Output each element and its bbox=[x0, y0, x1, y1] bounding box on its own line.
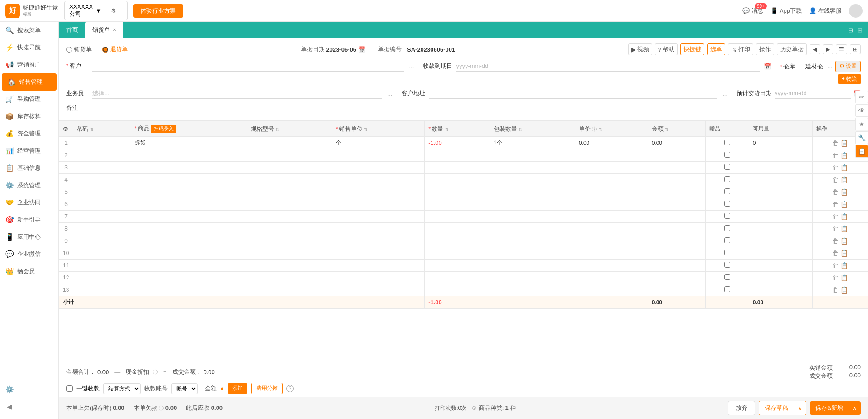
row-barcode[interactable] bbox=[73, 223, 131, 235]
row-spec[interactable] bbox=[247, 260, 332, 272]
sidebar-item-basic-info[interactable]: 📋 基础信息 bbox=[0, 159, 58, 177]
row-copy-icon[interactable]: 📋 bbox=[840, 250, 848, 257]
row-product[interactable] bbox=[131, 198, 247, 211]
row-pack-qty[interactable] bbox=[490, 211, 575, 223]
row-amount[interactable] bbox=[648, 198, 705, 211]
row-pack-qty[interactable] bbox=[490, 260, 575, 272]
row-pack-qty[interactable]: 1个 bbox=[490, 137, 575, 149]
salesperson-expand-icon[interactable]: ... bbox=[388, 90, 393, 97]
row-spec[interactable] bbox=[247, 162, 332, 174]
save-new-expand-button[interactable]: ∧ bbox=[849, 401, 861, 415]
row-unit[interactable] bbox=[332, 174, 425, 186]
logistics-button[interactable]: + 物流 bbox=[838, 74, 861, 84]
row-copy-icon[interactable]: 📋 bbox=[840, 262, 848, 269]
online-service-button[interactable]: 👤 在线客服 bbox=[809, 7, 842, 15]
row-gift-checkbox[interactable] bbox=[705, 260, 749, 272]
row-product[interactable] bbox=[131, 260, 247, 272]
tab-sales-bill[interactable]: 销货单 × bbox=[85, 22, 123, 38]
row-amount[interactable] bbox=[648, 211, 705, 223]
list-view-button[interactable]: ☰ bbox=[836, 44, 847, 54]
qty-sort-icon[interactable]: ⇅ bbox=[445, 127, 449, 132]
sidebar-item-purchase[interactable]: 🛒 采购管理 bbox=[0, 91, 58, 108]
row-spec[interactable] bbox=[247, 272, 332, 284]
row-delete-icon[interactable]: 🗑 bbox=[832, 201, 839, 208]
row-barcode[interactable] bbox=[73, 174, 131, 186]
operate-button[interactable]: 操作 bbox=[756, 43, 774, 55]
product-type-icon[interactable]: ⊙ bbox=[472, 405, 477, 411]
row-amount[interactable] bbox=[648, 186, 705, 198]
row-qty[interactable] bbox=[425, 149, 490, 162]
row-amount[interactable] bbox=[648, 272, 705, 284]
pack-sort-icon[interactable]: ⇅ bbox=[519, 127, 522, 132]
row-qty[interactable] bbox=[425, 260, 490, 272]
row-product[interactable]: 拆货 bbox=[131, 137, 247, 149]
row-price[interactable] bbox=[575, 235, 648, 247]
row-qty[interactable] bbox=[425, 272, 490, 284]
row-unit[interactable] bbox=[332, 235, 425, 247]
row-qty[interactable] bbox=[425, 284, 490, 296]
row-amount[interactable] bbox=[648, 260, 705, 272]
row-qty[interactable]: -1.00 bbox=[425, 137, 490, 149]
row-product[interactable] bbox=[131, 211, 247, 223]
row-product[interactable] bbox=[131, 186, 247, 198]
row-unit[interactable] bbox=[332, 149, 425, 162]
row-barcode[interactable] bbox=[73, 284, 131, 296]
row-barcode[interactable] bbox=[73, 235, 131, 247]
row-delete-icon[interactable]: 🗑 bbox=[832, 176, 839, 183]
row-copy-icon[interactable]: 📋 bbox=[840, 274, 848, 281]
save-draft-expand-button[interactable]: ∧ bbox=[794, 401, 806, 415]
row-qty[interactable] bbox=[425, 223, 490, 235]
expense-button[interactable]: 费用分摊 bbox=[251, 383, 283, 394]
row-unit[interactable] bbox=[332, 223, 425, 235]
sidebar-settings-button[interactable]: ⚙️ bbox=[0, 381, 58, 398]
row-spec[interactable] bbox=[247, 174, 332, 186]
sidebar-item-operations[interactable]: 📊 经营管理 bbox=[0, 142, 58, 159]
tab-close-icon[interactable]: × bbox=[113, 27, 116, 33]
row-gift-checkbox[interactable] bbox=[705, 162, 749, 174]
row-gift-checkbox[interactable] bbox=[705, 174, 749, 186]
bill-short-info-icon[interactable]: ⓘ bbox=[159, 405, 164, 411]
row-gift-checkbox[interactable] bbox=[705, 137, 749, 149]
price-info-icon[interactable]: ⓘ bbox=[592, 126, 597, 132]
row-delete-icon[interactable]: 🗑 bbox=[832, 237, 839, 245]
row-copy-icon[interactable]: 📋 bbox=[840, 201, 848, 208]
payment-help-icon[interactable]: ? bbox=[286, 385, 294, 392]
unit-sort-icon[interactable]: ⇅ bbox=[364, 127, 368, 132]
float-star-button[interactable]: ★ bbox=[855, 118, 868, 130]
row-gift-checkbox[interactable] bbox=[705, 149, 749, 162]
due-date-calendar-icon[interactable]: 📅 bbox=[764, 63, 771, 70]
row-pack-qty[interactable] bbox=[490, 223, 575, 235]
video-button[interactable]: ▶ 视频 bbox=[628, 43, 652, 55]
return-bill-radio[interactable]: 退货单 bbox=[102, 45, 128, 53]
row-delete-icon[interactable]: 🗑 bbox=[832, 213, 839, 220]
row-pack-qty[interactable] bbox=[490, 174, 575, 186]
sidebar-item-inventory[interactable]: 📦 库存核算 bbox=[0, 108, 58, 125]
amount-sort-icon[interactable]: ⇅ bbox=[665, 127, 669, 132]
row-pack-qty[interactable] bbox=[490, 186, 575, 198]
row-qty[interactable] bbox=[425, 198, 490, 211]
row-pack-qty[interactable] bbox=[490, 284, 575, 296]
sidebar-item-search[interactable]: 🔍 搜索菜单 bbox=[0, 22, 58, 39]
row-delete-icon[interactable]: 🗑 bbox=[832, 164, 839, 171]
row-amount[interactable] bbox=[648, 247, 705, 260]
row-spec[interactable] bbox=[247, 284, 332, 296]
sidebar-item-wechat[interactable]: 💬 企业微信 bbox=[0, 246, 58, 263]
row-copy-icon[interactable]: 📋 bbox=[840, 237, 848, 245]
address-input[interactable] bbox=[429, 88, 718, 99]
barcode-sort-icon[interactable]: ⇅ bbox=[90, 127, 94, 132]
row-qty[interactable] bbox=[425, 211, 490, 223]
row-price[interactable] bbox=[575, 149, 648, 162]
row-delete-icon[interactable]: 🗑 bbox=[832, 274, 839, 281]
row-pack-qty[interactable] bbox=[490, 247, 575, 260]
row-barcode[interactable] bbox=[73, 162, 131, 174]
trial-button[interactable]: 体验行业方案 bbox=[133, 4, 183, 18]
row-price[interactable] bbox=[575, 223, 648, 235]
row-spec[interactable] bbox=[247, 198, 332, 211]
row-barcode[interactable] bbox=[73, 186, 131, 198]
help-button[interactable]: ? 帮助 bbox=[655, 43, 678, 55]
row-qty[interactable] bbox=[425, 235, 490, 247]
row-unit[interactable] bbox=[332, 272, 425, 284]
row-product[interactable] bbox=[131, 223, 247, 235]
row-price[interactable] bbox=[575, 186, 648, 198]
nav-next-button[interactable]: ▶ bbox=[823, 44, 833, 54]
